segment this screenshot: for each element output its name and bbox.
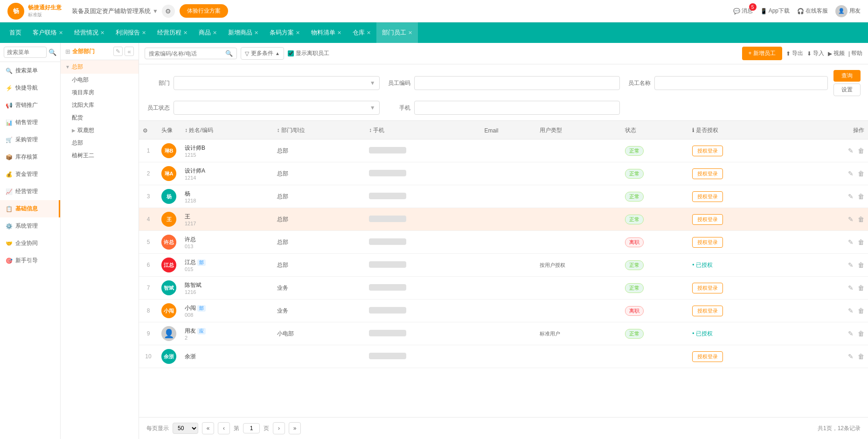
query-btn[interactable]: 查询 (833, 70, 861, 82)
close-icon[interactable]: ✕ (183, 30, 187, 36)
tree-node-shenyang[interactable]: 沈阳大库 (61, 99, 139, 111)
message-btn[interactable]: 💬 消息 5 (733, 7, 753, 15)
per-page-select[interactable]: 50 100 200 (173, 423, 198, 434)
first-page-btn[interactable]: « (202, 422, 214, 434)
sidebar-item-quick-nav[interactable]: ⚡快捷导航 (0, 79, 60, 97)
sidebar-item-sales[interactable]: 📊销售管理 (0, 114, 60, 131)
delete-icon[interactable]: 🗑 (858, 307, 864, 314)
close-icon[interactable]: ✕ (367, 30, 371, 36)
tab-operation-status[interactable]: 经营情况✕ (69, 22, 110, 43)
sidebar-item-inventory[interactable]: 📦库存核算 (0, 148, 60, 166)
gear-btn[interactable]: ⚙ (162, 5, 175, 18)
search-input[interactable] (149, 50, 223, 57)
tree-node-root[interactable]: ▼ 总部 (61, 60, 139, 74)
close-icon[interactable]: ✕ (408, 30, 412, 36)
sidebar-item-collab[interactable]: 🤝企业协同 (0, 235, 60, 252)
more-filter-btn[interactable]: ▽ 更多条件 ▲ (241, 47, 284, 60)
close-icon[interactable]: ✕ (337, 30, 341, 36)
trial-btn[interactable]: 体验行业方案 (180, 4, 228, 18)
reset-btn[interactable]: 设置 (833, 84, 861, 96)
edit-icon[interactable]: ✎ (848, 216, 854, 223)
col-auth[interactable]: ℹ 是否授权 (688, 122, 787, 139)
online-service-btn[interactable]: 🎧 在线客服 (797, 7, 828, 15)
tab-dept-staff[interactable]: 部门员工✕ (376, 22, 418, 43)
edit-dept-btn[interactable]: ✎ (113, 47, 123, 56)
close-icon[interactable]: ✕ (213, 30, 217, 36)
tab-profit[interactable]: 利润报告✕ (110, 22, 152, 43)
user-area[interactable]: 👤 用友 (835, 5, 861, 17)
tree-node-project-store[interactable]: 项目库房 (61, 86, 139, 99)
app-download-btn[interactable]: 📱 App下载 (760, 7, 790, 15)
close-icon[interactable]: ✕ (100, 30, 104, 36)
sidebar-item-marketing[interactable]: 📢营销推广 (0, 97, 60, 114)
tab-bom[interactable]: 物料清单✕ (306, 22, 347, 43)
tree-node-shuanglu[interactable]: ▶ 双鹿想 (61, 124, 139, 137)
close-icon[interactable]: ✕ (254, 30, 258, 36)
sidebar-item-guide[interactable]: 🎯新手引导 (0, 252, 60, 269)
last-page-btn[interactable]: » (289, 422, 301, 434)
tree-node-zhishu[interactable]: 植树王二 (61, 149, 139, 162)
tab-goods[interactable]: 商品✕ (193, 22, 222, 43)
delete-icon[interactable]: 🗑 (858, 353, 864, 360)
col-phone[interactable]: ↕ 手机 (365, 122, 480, 139)
delete-icon[interactable]: 🗑 (858, 330, 864, 337)
edit-icon[interactable]: ✎ (848, 147, 854, 154)
sidebar-item-basic-info[interactable]: 📋基础信息 (0, 200, 60, 217)
edit-icon[interactable]: ✎ (848, 284, 854, 292)
help-btn[interactable]: | 帮助 (848, 49, 862, 57)
delete-icon[interactable]: 🗑 (858, 238, 864, 246)
all-dept-label[interactable]: 全部部门 (72, 48, 111, 56)
edit-icon[interactable]: ✎ (848, 238, 854, 246)
export-btn[interactable]: ⬆ 导出 (786, 49, 803, 57)
import-btn[interactable]: ⬇ 导入 (807, 49, 824, 57)
col-dept[interactable]: ↕ 部门/职位 (273, 122, 366, 139)
sidebar-item-purchase[interactable]: 🛒采购管理 (0, 131, 60, 148)
edit-icon[interactable]: ✎ (848, 353, 854, 360)
auth-login-btn[interactable]: 授权登录 (692, 168, 723, 179)
next-page-btn[interactable]: › (273, 422, 285, 434)
edit-icon[interactable]: ✎ (848, 193, 854, 200)
tree-node-small-elec[interactable]: 小电部 (61, 74, 139, 86)
auth-login-btn[interactable]: 授权登录 (692, 214, 723, 225)
filter-phone-input[interactable] (414, 101, 620, 115)
auth-login-btn[interactable]: 授权登录 (692, 306, 723, 316)
col-name[interactable]: ↕ 姓名/编码 (181, 122, 273, 139)
tab-add-goods[interactable]: 新增商品✕ (222, 22, 264, 43)
sidebar-item-finance[interactable]: 💰资金管理 (0, 166, 60, 183)
filter-empcode-input[interactable] (414, 76, 620, 90)
delete-icon[interactable]: 🗑 (858, 261, 864, 269)
show-resigned-checkbox[interactable] (288, 50, 294, 56)
tab-history[interactable]: 经营历程✕ (152, 22, 193, 43)
sidebar-search-input[interactable] (4, 47, 47, 58)
tab-barcode[interactable]: 条码方案✕ (264, 22, 306, 43)
auth-login-btn[interactable]: 授权登录 (692, 237, 723, 248)
page-input[interactable] (243, 423, 260, 433)
tab-warehouse[interactable]: 仓库✕ (347, 22, 376, 43)
search-btn-icon[interactable]: 🔍 (225, 50, 233, 57)
sidebar-item-system[interactable]: ⚙️系统管理 (0, 217, 60, 235)
auth-login-btn[interactable]: 授权登录 (692, 283, 723, 293)
delete-icon[interactable]: 🗑 (858, 170, 864, 177)
delete-icon[interactable]: 🗑 (858, 284, 864, 292)
tree-node-zongbu[interactable]: 总部 (61, 137, 139, 149)
edit-icon[interactable]: ✎ (848, 330, 854, 337)
sidebar-item-operation[interactable]: 📈经营管理 (0, 183, 60, 200)
edit-icon[interactable]: ✎ (848, 261, 854, 269)
auth-login-btn[interactable]: 授权登录 (692, 191, 723, 202)
delete-icon[interactable]: 🗑 (858, 147, 864, 154)
filter-dept-select[interactable]: ▼ (174, 76, 380, 90)
close-icon[interactable]: ✕ (296, 30, 300, 36)
auth-login-btn[interactable]: 授权登录 (692, 351, 723, 362)
delete-icon[interactable]: 🗑 (858, 193, 864, 200)
edit-icon[interactable]: ✎ (848, 170, 854, 177)
video-btn[interactable]: ▶ 视频 (828, 49, 845, 57)
prev-page-btn[interactable]: ‹ (218, 422, 230, 434)
show-resigned-label[interactable]: 显示离职员工 (288, 49, 329, 57)
tab-customer[interactable]: 客户联络✕ (27, 22, 69, 43)
auth-login-btn[interactable]: 授权登录 (692, 146, 723, 156)
close-icon[interactable]: ✕ (59, 30, 63, 36)
filter-status-select[interactable]: ▼ (174, 101, 380, 115)
filter-empname-input[interactable] (654, 76, 828, 90)
close-icon[interactable]: ✕ (142, 30, 146, 36)
tab-home[interactable]: 首页 (4, 22, 27, 43)
